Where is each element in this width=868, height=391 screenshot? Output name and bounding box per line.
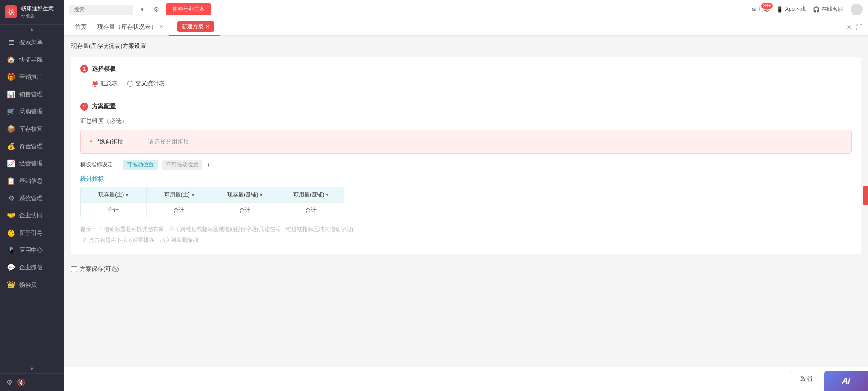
dim-separator [129,142,143,142]
volume-icon[interactable]: 🔇 [17,378,26,386]
right-edge-tab[interactable] [863,186,868,205]
step1-badge: 1 [80,65,88,73]
sidebar-item-newbie[interactable]: 👶 新手引导 [0,224,64,242]
col2-header[interactable]: 可用量(主) ▾ [147,187,213,202]
dimension-row: * *纵向维度 请选择分组维度 [90,138,842,146]
template-options: 汇总表 交叉统计表 [92,79,852,87]
sidebar-item-purchase[interactable]: 🛒 采购管理 [0,103,64,120]
sidebar-scroll-up[interactable]: ▲ [0,25,64,34]
stats-header-row: 现存量(主) ▾ 可用量(主) ▾ 现存量(基辅) ▾ 可用量(基辅) ▾ [81,187,344,202]
gear-icon: ⚙ [6,194,15,202]
content-area: 现存量(库存状况表)方案设置 1 选择模板 汇总表 交叉统计表 [64,36,868,367]
sidebar-item-inventory[interactable]: 📦 库存核算 [0,120,64,138]
stats-section-label: 统计指标 [80,175,852,183]
col2-chevron-icon[interactable]: ▾ [192,192,194,197]
logo-icon: 畅 [5,5,17,18]
settings-icon[interactable]: ⚙ [6,378,12,386]
message-button[interactable]: ✉ 消息 99+ [752,5,769,13]
sidebar-item-sales[interactable]: 📊 销售管理 [0,86,64,103]
new-plan-close-icon[interactable]: ✕ [205,24,209,30]
col4-header[interactable]: 可用量(基辅) ▾ [278,187,344,202]
draggable-tag: 可拖动位置 [123,160,158,170]
headset-icon: 🎧 [813,6,820,13]
app-logo: 畅 畅康通好生意 标准版 [0,0,64,25]
radio-cross-input[interactable] [127,81,133,87]
col3-header[interactable]: 现存量(基辅) ▾ [212,187,278,202]
tab-inventory[interactable]: 现存量（库存状况表） ✕ [92,19,169,36]
vertical-dim-placeholder[interactable]: 请选择分组维度 [148,138,189,146]
close-icon[interactable]: ✕ [846,23,852,31]
logo-text: 畅康通好生意 标准版 [21,5,54,19]
tab-home[interactable]: 首页 [69,19,92,36]
chart-icon: 📊 [6,90,15,98]
col4-data: 合计 [278,203,344,218]
newbie-icon: 👶 [6,229,15,237]
phone-icon: 📱 [776,6,783,13]
sidebar-item-quick-nav[interactable]: 🏠 快捷导航 [0,51,64,68]
col3-chevron-icon[interactable]: ▾ [260,192,262,197]
handshake-icon: 🤝 [6,211,15,220]
message-icon: ✉ [752,6,756,13]
tip-title: 提示： 1.拖动标题栏可以调整布局，不可跨维度或指标区域拖动栏目字段(只能在同一… [80,224,852,235]
online-service-button[interactable]: 🎧 在线客服 [813,5,843,13]
cart-icon: 🛒 [6,108,15,116]
window-controls: ✕ ⛶ [846,23,863,31]
trend-icon: 📈 [6,159,15,168]
sidebar-item-finance[interactable]: 💰 资金管理 [0,138,64,155]
tab-inventory-close[interactable]: ✕ [159,24,163,30]
crown-icon: 👑 [6,281,15,289]
ai-badge[interactable]: Ai [824,371,868,391]
topbar: ▾ ⚙ 体验行业方案 ✉ 消息 99+ 📱 App下载 🎧 在线客服 [64,0,868,19]
sidebar-item-operation[interactable]: 📈 经营管理 [0,155,64,172]
topbar-gear-icon[interactable]: ⚙ [151,5,161,15]
sidebar-item-member[interactable]: 👑 畅会员 [0,276,64,293]
dimension-section-title: 汇总维度（必选） [80,117,852,125]
search-input[interactable] [69,5,133,15]
col3-data: 合计 [212,203,278,218]
save-area: 方案保存(可选) [71,259,861,278]
main-area: ▾ ⚙ 体验行业方案 ✉ 消息 99+ 📱 App下载 🎧 在线客服 首页 [64,0,868,391]
topbar-right: ✉ 消息 99+ 📱 App下载 🎧 在线客服 [752,4,863,15]
user-avatar[interactable] [851,4,863,15]
mobile-icon: 📱 [6,246,15,254]
radio-summary-input[interactable] [92,81,98,87]
box-icon: 📦 [6,125,15,133]
required-star: * [90,139,92,145]
vertical-dim-label: *纵向维度 [97,138,123,146]
dropdown-arrow-icon[interactable]: ▾ [138,5,147,14]
step1-header: 1 选择模板 [80,65,852,73]
radio-summary[interactable]: 汇总表 [92,79,118,87]
col1-chevron-icon[interactable]: ▾ [126,192,128,197]
tip-item-2: 2. 点击标题栏下拉可设置排序、插入列和删除列 [80,235,852,246]
save-checkbox[interactable] [71,266,77,272]
sidebar-scroll-down[interactable]: ▼ [0,364,64,373]
sidebar-bottom: ⚙ 🔇 [0,373,64,391]
search-menu-icon: ☰ [6,38,15,46]
chat-icon: 💬 [6,263,15,272]
sidebar-nav: ☰ 搜索菜单 🏠 快捷导航 🎁 营销推广 📊 销售管理 🛒 采购管理 📦 库存核… [0,34,64,364]
dimension-box: * *纵向维度 请选择分组维度 [80,130,852,154]
sidebar-item-system[interactable]: ⚙ 系统管理 [0,190,64,207]
radio-cross[interactable]: 交叉统计表 [127,79,165,87]
sidebar-item-search-menu[interactable]: ☰ 搜索菜单 [0,34,64,51]
new-plan-tab-button[interactable]: 新建方案 ✕ [177,21,214,32]
tab-new-plan[interactable]: 新建方案 ✕ [169,19,220,36]
sidebar-item-corp[interactable]: 🤝 企业协同 [0,207,64,224]
maximize-icon[interactable]: ⛶ [856,23,863,31]
sidebar: 畅 畅康通好生意 标准版 ▲ ☰ 搜索菜单 🏠 快捷导航 🎁 营销推广 📊 销售… [0,0,64,391]
page-title: 现存量(库存状况表)方案设置 [71,42,861,50]
col4-chevron-icon[interactable]: ▾ [326,192,328,197]
stats-table: 现存量(主) ▾ 可用量(主) ▾ 现存量(基辅) ▾ 可用量(基辅) ▾ [80,187,344,218]
trial-industry-button[interactable]: 体验行业方案 [166,3,211,15]
clipboard-icon: 📋 [6,177,15,185]
tips-box: 提示： 1.拖动标题栏可以调整布局，不可跨维度或指标区域拖动栏目字段(只能在同一… [80,224,852,246]
sidebar-item-wechat[interactable]: 💬 企业微信 [0,259,64,276]
cancel-button[interactable]: 取消 [790,372,822,386]
sidebar-item-marketing[interactable]: 🎁 营销推广 [0,68,64,86]
sidebar-item-app-center[interactable]: 📱 应用中心 [0,242,64,259]
app-download-button[interactable]: 📱 App下载 [776,5,806,13]
sidebar-item-basic-info[interactable]: 📋 基础信息 [0,172,64,190]
col1-header[interactable]: 现存量(主) ▾ [81,187,147,202]
fixed-tag: 不可拖动位置 [162,160,202,170]
col1-data: 合计 [81,203,147,218]
